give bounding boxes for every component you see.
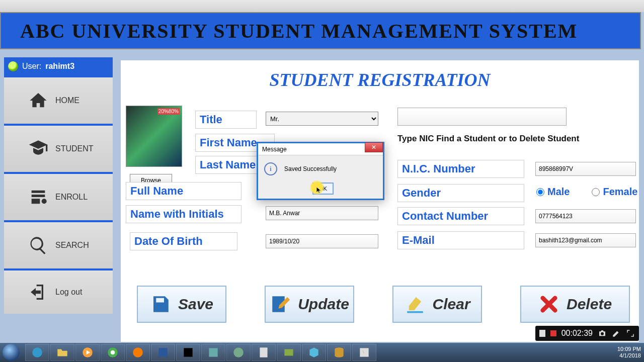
- taskbar-apps: [25, 344, 376, 361]
- clock-time: 10:09 PM: [617, 346, 641, 352]
- svg-rect-9: [209, 348, 217, 356]
- pencil-icon[interactable]: [612, 329, 621, 338]
- sidebar-label: SEARCH: [55, 241, 89, 250]
- radio-male[interactable]: Male: [536, 186, 570, 198]
- user-name: rahimt3: [45, 62, 74, 71]
- app-icon[interactable]: [201, 344, 225, 361]
- publisher-icon[interactable]: [176, 344, 200, 361]
- taskbar[interactable]: 10:09 PM 4/1/2018: [0, 343, 644, 362]
- ie-icon[interactable]: [25, 344, 49, 361]
- gender-radio: Male Female: [536, 186, 637, 198]
- delete-icon: [538, 294, 559, 315]
- notepad-icon[interactable]: [252, 344, 276, 361]
- label-full-name: Full Name: [126, 182, 242, 200]
- clear-icon: [405, 294, 426, 315]
- label-dob: Date Of Birth: [130, 232, 237, 250]
- firefox-icon[interactable]: [126, 344, 150, 361]
- logout-icon: [28, 282, 48, 302]
- user-label: User:: [22, 62, 41, 71]
- home-icon: [28, 90, 48, 111]
- user-icon: [8, 61, 18, 71]
- torrent-icon[interactable]: [226, 344, 251, 361]
- dialog-body: Saved Successfully: [284, 165, 337, 172]
- radio-female[interactable]: Female: [592, 186, 637, 198]
- initials-input[interactable]: [266, 206, 378, 220]
- message-dialog: Message ✕ i Saved Successfully OK: [257, 142, 384, 200]
- update-button[interactable]: Update: [265, 286, 354, 323]
- page-title: STUDENT REGISTRATION: [121, 60, 639, 102]
- db-icon[interactable]: [327, 344, 351, 361]
- save-icon: [150, 294, 171, 315]
- svg-rect-11: [260, 347, 267, 357]
- svg-rect-14: [360, 348, 368, 356]
- word-icon[interactable]: [151, 344, 175, 361]
- clock-date: 4/1/2018: [617, 352, 641, 359]
- find-nic-input[interactable]: [397, 108, 567, 126]
- explorer-icon[interactable]: [50, 344, 74, 361]
- banner: ABC UNIVERSITY STUDENT MANAGEMENT SYSTEM: [0, 12, 641, 49]
- svg-point-1: [601, 332, 604, 335]
- label-title: Title: [195, 111, 257, 129]
- sidebar-item-student[interactable]: STUDENT: [4, 124, 113, 172]
- svg-rect-7: [158, 348, 167, 356]
- user-row: User: rahimt3: [4, 57, 113, 75]
- cube-icon[interactable]: [302, 344, 326, 361]
- svg-point-5: [111, 350, 115, 355]
- label-contact: Contact Number: [397, 207, 524, 225]
- dob-input[interactable]: [266, 234, 378, 248]
- media-icon[interactable]: [75, 344, 100, 361]
- svg-point-6: [133, 347, 143, 357]
- svg-point-2: [32, 347, 42, 357]
- student-icon: [28, 139, 48, 159]
- camera-icon[interactable]: [598, 329, 607, 338]
- sidebar-item-logout[interactable]: Log out: [4, 268, 113, 314]
- sidebar-label: Log out: [55, 288, 82, 297]
- dialog-close-button[interactable]: ✕: [365, 142, 383, 152]
- svg-point-0: [42, 199, 47, 204]
- label-email: E-Mail: [397, 231, 524, 249]
- pause-icon[interactable]: [539, 330, 545, 337]
- sidebar-label: STUDENT: [55, 144, 94, 153]
- photo-thumbnail: [126, 106, 182, 167]
- email-input[interactable]: [535, 233, 636, 247]
- delete-button[interactable]: Delete: [520, 286, 630, 323]
- app-titlebar: [0, 0, 644, 12]
- label-nic: N.I.C. Number: [397, 160, 524, 178]
- app-title: ABC UNIVERSITY STUDENT MANAGEMENT SYSTEM: [20, 19, 578, 43]
- start-button[interactable]: [0, 343, 22, 362]
- chrome-icon[interactable]: [101, 344, 125, 361]
- system-tray[interactable]: 10:09 PM 4/1/2018: [617, 346, 644, 359]
- title-select[interactable]: Mr.: [266, 112, 378, 126]
- contact-input[interactable]: [535, 209, 636, 223]
- main-panel: STUDENT REGISTRATION Browse Title Mr. Fi…: [121, 60, 639, 342]
- svg-rect-12: [284, 349, 293, 356]
- record-icon[interactable]: [550, 330, 556, 336]
- update-icon: [270, 294, 291, 315]
- label-gender: Gender: [397, 184, 524, 202]
- nic-input[interactable]: [535, 162, 636, 176]
- sidebar-label: HOME: [55, 96, 79, 105]
- clear-button[interactable]: Clear: [392, 286, 482, 323]
- expand-icon[interactable]: [626, 329, 635, 338]
- recording-toolbar[interactable]: 00:02:39: [535, 326, 639, 341]
- dialog-ok-button[interactable]: OK: [312, 183, 334, 195]
- sidebar: User: rahimt3 HOME STUDENT ENROLL SEARCH…: [4, 57, 113, 339]
- save-button[interactable]: Save: [137, 286, 226, 323]
- svg-point-10: [233, 347, 244, 357]
- label-initials: Name with Initials: [126, 205, 242, 223]
- close-icon: ✕: [371, 144, 376, 151]
- svg-rect-8: [184, 348, 192, 356]
- search-icon: [28, 235, 48, 255]
- enroll-icon: [28, 187, 48, 207]
- sidebar-item-search[interactable]: SEARCH: [4, 220, 113, 268]
- winrar-icon[interactable]: [277, 344, 301, 361]
- sidebar-label: ENROLL: [55, 193, 88, 202]
- recording-time: 00:02:39: [561, 329, 593, 338]
- info-icon: i: [264, 162, 277, 175]
- sidebar-item-home[interactable]: HOME: [4, 75, 113, 124]
- sidebar-item-enroll[interactable]: ENROLL: [4, 172, 113, 220]
- java-icon[interactable]: [352, 344, 376, 361]
- find-hint: Type NIC Find a Student or to Delete Stu…: [397, 134, 579, 144]
- dialog-title: Message: [258, 143, 383, 155]
- action-row: Save Update Clear Delete: [132, 286, 630, 328]
